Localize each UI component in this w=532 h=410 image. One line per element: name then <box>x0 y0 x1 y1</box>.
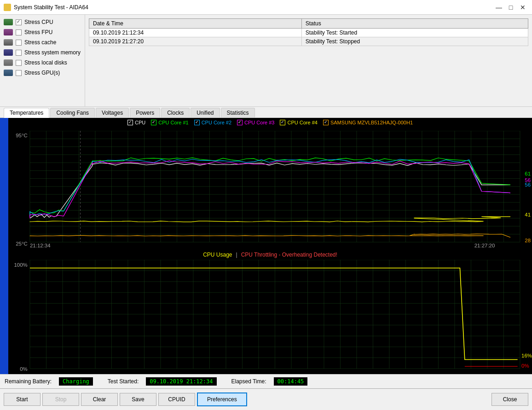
log-datetime: 09.10.2019 21:12:34 <box>89 29 302 37</box>
log-status: Stability Test: Stopped <box>301 37 528 46</box>
legend-checkbox-cpu-core3[interactable] <box>237 120 243 125</box>
checkbox-stress-disk[interactable] <box>16 60 22 66</box>
legend-item-cpu[interactable]: CPU <box>127 120 145 125</box>
test-started-value: 09.10.2019 21:12:34 <box>146 377 216 386</box>
tab-cooling-fans[interactable]: Cooling Fans <box>50 108 95 117</box>
svg-rect-6 <box>8 131 532 250</box>
svg-text:16%: 16% <box>521 353 532 358</box>
close-button[interactable]: Close <box>492 393 528 406</box>
svg-text:56: 56 <box>525 182 531 187</box>
legend-checkbox-cpu[interactable] <box>127 120 133 125</box>
legend-checkbox-cpu-core1[interactable] <box>151 120 156 125</box>
svg-text:21:27:20: 21:27:20 <box>474 243 495 249</box>
tab-powers[interactable]: Powers <box>130 108 160 117</box>
stop-button: Stop <box>42 393 79 406</box>
cpu-icon <box>4 18 13 26</box>
checkbox-item-stress-fpu[interactable]: Stress FPU <box>4 29 81 36</box>
legend-item-cpu-core1[interactable]: CPU Core #1 <box>151 120 188 125</box>
legend-item-cpu-core2[interactable]: CPU Core #2 <box>194 120 231 125</box>
status-bar: Remaining Battery: Charging Test Started… <box>0 374 532 388</box>
legend-label-cpu: CPU <box>135 120 145 125</box>
svg-text:41: 41 <box>525 212 531 218</box>
svg-text:61: 61 <box>525 171 531 176</box>
checkbox-stress-cpu[interactable] <box>16 19 22 25</box>
tab-temperatures[interactable]: Temperatures <box>4 108 49 118</box>
charts-section: CPUCPU Core #1CPU Core #2CPU Core #3CPU … <box>0 118 532 374</box>
usage-chart-container: CPU Usage | CPU Throttling - Overheating… <box>8 250 532 374</box>
log-header-datetime: Date & Time <box>89 19 302 29</box>
charts-column: CPUCPU Core #1CPU Core #2CPU Core #3CPU … <box>8 118 532 374</box>
button-bar: StartStopClearSaveCPUIDPreferencesClose <box>0 388 532 410</box>
checkbox-label-stress-fpu: Stress FPU <box>24 29 52 35</box>
title-bar: System Stability Test - AIDA64 — □ ✕ <box>0 0 532 15</box>
cpuid-button[interactable]: CPUID <box>158 393 195 406</box>
gpu-icon <box>4 69 13 76</box>
preferences-button[interactable]: Preferences <box>197 392 247 406</box>
svg-text:0%: 0% <box>521 363 529 369</box>
log-table: Date & Time Status 09.10.2019 21:12:34St… <box>89 18 528 46</box>
legend-checkbox-samsung[interactable] <box>323 120 329 125</box>
checkbox-label-stress-cache: Stress cache <box>24 39 56 46</box>
checkbox-item-stress-memory[interactable]: Stress system memory <box>4 49 81 56</box>
memory-icon <box>4 49 13 56</box>
log-datetime: 09.10.2019 21:27:20 <box>89 37 302 46</box>
checkbox-stress-memory[interactable] <box>16 50 22 56</box>
usage-chart-separator: | <box>236 252 237 258</box>
tab-voltages[interactable]: Voltages <box>96 108 129 117</box>
checkbox-stress-fpu[interactable] <box>16 29 22 35</box>
legend-checkbox-cpu-core4[interactable] <box>280 120 285 125</box>
svg-rect-3 <box>4 49 13 56</box>
fpu-icon <box>4 29 13 36</box>
maximize-button[interactable]: □ <box>505 3 516 12</box>
checkbox-item-stress-cpu[interactable]: Stress CPU <box>4 18 81 26</box>
svg-rect-1 <box>4 29 13 35</box>
log-header-status: Status <box>301 19 528 29</box>
temp-chart-legend-bar: CPUCPU Core #1CPU Core #2CPU Core #3CPU … <box>8 118 532 127</box>
log-row: 09.10.2019 21:12:34Stability Test: Start… <box>89 29 528 37</box>
save-button[interactable]: Save <box>120 393 156 406</box>
checkbox-label-stress-memory: Stress system memory <box>24 49 81 56</box>
legend-item-samsung[interactable]: SAMSUNG MZVLB512HAJQ-000H1 <box>323 120 413 125</box>
elapsed-value: 00:14:45 <box>274 377 308 386</box>
checkbox-stress-gpu[interactable] <box>16 70 22 76</box>
tab-clocks[interactable]: Clocks <box>161 108 190 117</box>
legend-checkbox-cpu-core2[interactable] <box>194 120 200 125</box>
usage-chart-title2: CPU Throttling - Overheating Detected! <box>241 252 337 258</box>
svg-text:0%: 0% <box>20 366 28 372</box>
battery-value: Charging <box>59 377 93 386</box>
disk-icon <box>4 59 13 66</box>
cache-icon <box>4 39 13 46</box>
checkbox-stress-cache[interactable] <box>16 40 22 46</box>
legend-label-cpu-core3: CPU Core #3 <box>244 120 274 125</box>
temp-chart-container: CPUCPU Core #1CPU Core #2CPU Core #3CPU … <box>8 118 532 250</box>
legend-item-cpu-core4[interactable]: CPU Core #4 <box>280 120 317 125</box>
elapsed-label: Elapsed Time: <box>231 378 266 385</box>
tabs-bar: TemperaturesCooling FansVoltagesPowersCl… <box>0 107 532 118</box>
svg-text:100%: 100% <box>14 262 27 268</box>
svg-text:21:12:34: 21:12:34 <box>30 243 51 249</box>
checkbox-item-stress-cache[interactable]: Stress cache <box>4 39 81 46</box>
svg-rect-5 <box>4 70 13 76</box>
usage-chart-svg: 100% 0% 16% 0% <box>8 260 532 373</box>
checkbox-label-stress-cpu: Stress CPU <box>24 19 53 25</box>
close-window-button[interactable]: ✕ <box>517 3 528 12</box>
svg-text:95°C: 95°C <box>16 133 28 139</box>
tab-statistics[interactable]: Statistics <box>221 108 255 117</box>
test-started-label: Test Started: <box>108 378 139 385</box>
checkbox-item-stress-gpu[interactable]: Stress GPU(s) <box>4 69 81 76</box>
window-title: System Stability Test - AIDA64 <box>14 4 88 11</box>
checkboxes-panel: Stress CPUStress FPUStress cacheStress s… <box>0 15 85 106</box>
app-icon <box>4 4 11 11</box>
svg-rect-4 <box>4 59 13 66</box>
log-row: 09.10.2019 21:27:20Stability Test: Stopp… <box>89 37 528 46</box>
usage-chart-title1: CPU Usage <box>203 252 232 258</box>
clear-button[interactable]: Clear <box>81 393 118 406</box>
temp-chart-svg: 95°C 25°C 21:12:34 21:27:20 61 56 56 41 … <box>8 131 532 250</box>
svg-rect-63 <box>8 260 532 373</box>
legend-item-cpu-core3[interactable]: CPU Core #3 <box>237 120 274 125</box>
start-button[interactable]: Start <box>4 393 40 406</box>
tab-unified[interactable]: Unified <box>191 108 220 117</box>
checkbox-item-stress-disk[interactable]: Stress local disks <box>4 59 81 66</box>
minimize-button[interactable]: — <box>493 3 504 12</box>
svg-text:25°C: 25°C <box>16 241 28 247</box>
